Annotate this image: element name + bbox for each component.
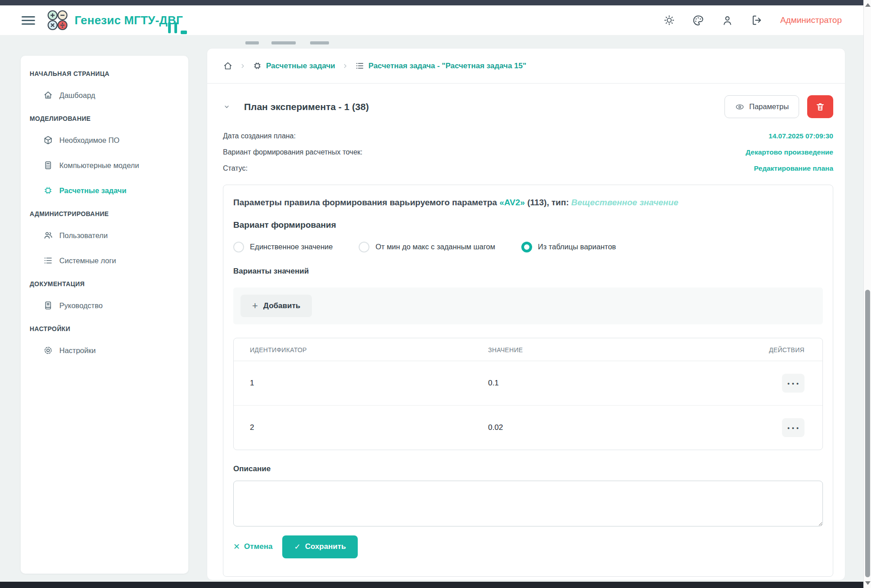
plan-header: План эксперимента - 1 (38) Параметры [223,95,833,118]
check-icon: ✓ [294,542,300,552]
cancel-button[interactable]: ✕ Отмена [233,542,272,552]
theme-sun-icon[interactable] [663,14,675,26]
info-value: Декартово произведение [746,148,833,156]
column-header-value: ЗНАЧЕНИЕ [488,346,746,354]
chip-icon [43,186,53,195]
values-table: ИДЕНТИФИКАТОР ЗНАЧЕНИЕ ДЕЙСТВИЯ 1 0.1 ● … [233,338,823,450]
breadcrumb-current-task[interactable]: Расчетная задача - "Расчетная задача 15" [355,61,526,71]
clipped-scroll-fragment [245,41,259,44]
sidebar-section-title: НАСТРОЙКИ [21,318,188,338]
sidebar-section-title: МОДЕЛИРОВАНИЕ [21,108,188,128]
table-header-row: ИДЕНТИФИКАТОР ЗНАЧЕНИЕ ДЕЙСТВИЯ [234,338,822,361]
home-icon [43,90,53,100]
sidebar-item-label: Необходимое ПО [59,136,120,145]
radio-icon [521,242,532,252]
parameters-button-label: Параметры [749,102,789,111]
book-icon [43,301,53,310]
scrollbar-thumb[interactable] [865,290,870,577]
main-content: Расчетные задачи Расчетная задача - "Рас… [207,48,845,580]
form-actions: ✕ Отмена ✓ Сохранить [233,535,823,563]
sidebar-section-title: НАЧАЛЬНАЯ СТРАНИЦА [21,63,188,83]
sidebar-item-label: Дашбоард [59,91,95,100]
rule-title-prefix: Параметры правила формирования варьируем… [233,198,497,207]
column-header-actions: ДЕЙСТВИЯ [746,346,804,354]
radio-label: От мин до макс с заданным шагом [375,243,495,251]
table-row: 2 0.02 ● ● ● [234,405,822,450]
chevron-right-icon [239,62,246,70]
cancel-button-label: Отмена [244,542,272,551]
cube-icon [43,135,53,145]
clipped-scroll-fragment [310,41,329,44]
sidebar-item-label: Настройки [59,346,96,355]
rule-parameters-card: Параметры правила формирования варьируем… [223,185,833,577]
gear-icon [43,345,53,355]
sidebar-item-dashboard[interactable]: Дашбоард [21,83,188,108]
rule-card-title: Параметры правила формирования варьируем… [233,197,823,208]
ellipsis-icon: ● ● ● [787,426,799,430]
radio-min-max-step[interactable]: От мин до макс с заданным шагом [359,242,495,252]
values-heading: Варианты значений [233,267,823,276]
sidebar-item-models[interactable]: Компьютерные модели [21,153,188,178]
breadcrumb-tasks[interactable]: Расчетные задачи [253,61,335,71]
sidebar-item-software[interactable]: Необходимое ПО [21,128,188,153]
breadcrumb-home[interactable] [223,61,233,71]
row-actions-button[interactable]: ● ● ● [782,374,804,393]
list-icon [355,61,364,71]
scroll-up-arrow-icon[interactable] [865,3,871,7]
sidebar-item-tasks[interactable]: Расчетные задачи [21,178,188,203]
table-row: 1 0.1 ● ● ● [234,361,822,405]
user-icon[interactable] [721,14,733,27]
chevron-right-icon [342,62,349,70]
info-label: Вариант формирования расчетных точек: [223,148,363,156]
plus-icon: + [252,302,258,310]
variant-heading: Вариант формирования [233,220,823,230]
radio-from-table[interactable]: Из таблицы вариантов [521,242,616,252]
close-icon: ✕ [233,542,240,552]
parameters-button[interactable]: Параметры [724,95,799,118]
column-header-id: ИДЕНТИФИКАТОР [250,346,488,354]
plan-title: План эксперимента - 1 (38) [244,102,369,112]
sidebar-item-logs[interactable]: Системные логи [21,248,188,273]
info-row-variant: Вариант формирования расчетных точек: Де… [223,144,833,160]
app-logo [47,9,68,31]
radio-single-value[interactable]: Единственное значение [233,242,333,252]
sidebar: НАЧАЛЬНАЯ СТРАНИЦА Дашбоард МОДЕЛИРОВАНИ… [21,56,188,574]
description-heading: Описание [233,464,823,473]
delete-plan-button[interactable] [807,95,833,118]
save-button[interactable]: ✓ Сохранить [282,535,357,558]
user-role-label[interactable]: Администратор [780,15,842,25]
top-window-strip [0,0,863,5]
logout-icon[interactable] [751,14,763,27]
vertical-scrollbar[interactable] [863,0,871,588]
rule-param-name: «AV2» [499,198,525,207]
breadcrumb-label: Расчетная задача - "Расчетная задача 15" [369,62,526,71]
clipped-scroll-fragment [271,41,296,44]
variant-radio-group: Единственное значение От мин до макс с з… [233,242,823,252]
trash-icon [815,102,826,112]
clipped-scroll-fragment [168,22,189,34]
rule-param-type: Вещественное значение [571,198,678,207]
radio-icon [359,242,369,252]
sidebar-item-users[interactable]: Пользователи [21,223,188,248]
app-header: Генезис МГТУ-ДВГ [0,5,863,35]
sidebar-item-label: Компьютерные модели [59,161,139,170]
scroll-down-arrow-icon[interactable] [865,581,871,585]
description-textarea[interactable] [233,481,823,526]
sidebar-section-title: ДОКУМЕНТАЦИЯ [21,273,188,293]
info-label: Дата создания плана: [223,132,296,140]
info-label: Статус: [223,164,248,172]
chevron-down-icon[interactable] [223,103,231,111]
users-icon [43,230,53,240]
add-value-button[interactable]: + Добавить [240,295,312,317]
sidebar-item-manual[interactable]: Руководство [21,293,188,318]
cell-value: 0.02 [488,423,746,432]
status-badge: Редактирование плана [754,164,833,172]
radio-label: Единственное значение [250,243,333,251]
info-value: 14.07.2025 07:09:30 [769,132,833,140]
menu-icon[interactable] [22,14,35,27]
palette-icon[interactable] [692,14,704,27]
row-actions-button[interactable]: ● ● ● [782,418,804,437]
rule-title-middle: (113), тип: [527,198,569,207]
sidebar-item-settings[interactable]: Настройки [21,338,188,363]
sidebar-section-title: АДМИНИСТРИРОВАНИЕ [21,203,188,223]
